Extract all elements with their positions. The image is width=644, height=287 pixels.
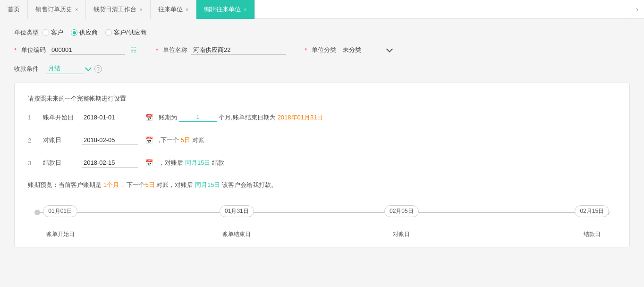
reconcile-date-calendar-icon[interactable]: 📅 [145, 136, 153, 144]
tab-partner-unit[interactable]: 往来单位 × [151, 0, 196, 19]
timeline-line [37, 212, 607, 213]
radio-supplier[interactable]: 供应商 [71, 28, 98, 37]
timeline-item-3: 02月05日 对账日 [384, 205, 419, 238]
name-star: * [156, 47, 158, 54]
reconcile-date-input[interactable] [82, 135, 138, 145]
name-label: 单位名称 [163, 46, 187, 54]
payment-label: 收款条件 [14, 65, 39, 73]
setting-row-2: 2 对账日 📅 ,下一个5日对账 [28, 135, 616, 145]
tab-edit-partner[interactable]: 编辑往来单位 × [196, 0, 254, 19]
month-input[interactable] [179, 112, 217, 122]
code-group: * 单位编码 ☷ [14, 45, 137, 55]
category-value: 未分类 [343, 46, 381, 54]
tab-home-label: 首页 [8, 5, 20, 14]
timeline-label-3: 对账日 [393, 230, 410, 238]
row-2-num: 2 [28, 137, 37, 144]
code-copy-icon[interactable]: ☷ [131, 46, 137, 54]
tab-partner-unit-close[interactable]: × [186, 7, 188, 12]
tab-more-button[interactable]: › [630, 0, 644, 19]
tab-sales-history-label: 销售订单历史 [35, 5, 72, 14]
radio-customer-label: 客户 [51, 28, 63, 37]
timeline: 01月01日 账单开始日 01月31日 账单结束日 02月05日 对账日 02月… [28, 203, 616, 236]
radio-both[interactable]: 客户/供应商 [105, 28, 146, 37]
code-star: * [14, 47, 17, 54]
payment-select-group: 月结 [46, 63, 91, 74]
main-content: 单位类型 客户 供应商 客户/供应商 * 单位编码 [0, 19, 644, 287]
category-star: * [305, 47, 307, 54]
radio-supplier-circle [71, 29, 77, 36]
start-date-calendar-icon[interactable]: 📅 [145, 114, 153, 121]
tab-sales-history[interactable]: 销售订单历史 × [28, 0, 86, 19]
payment-value[interactable]: 月结 [46, 63, 84, 74]
payment-row: 收款条件 月结 ? [14, 63, 630, 74]
preview-day: 5日 [145, 181, 154, 188]
radio-group: 客户 供应商 客户/供应商 [42, 28, 146, 37]
reconcile-day-highlight: 5日 [181, 136, 190, 144]
settings-card: 请按照未来的一个完整帐期进行设置 1 账单开始日 📅 账期为 个月,账单结束日期… [14, 83, 630, 247]
payment-date-input[interactable] [82, 158, 138, 168]
row-2-label: 对账日 [43, 136, 76, 144]
tab-cash-work-close[interactable]: × [139, 7, 142, 12]
category-group: * 单位分类 未分类 [305, 46, 392, 54]
radio-supplier-label: 供应商 [79, 28, 98, 37]
timeline-badge-4: 02月15日 [575, 205, 609, 217]
timeline-badge-2: 01月31日 [220, 205, 254, 217]
tab-edit-partner-close[interactable]: × [244, 7, 246, 12]
start-date-input[interactable] [82, 113, 138, 122]
code-label: 单位编码 [21, 46, 46, 54]
preview-pay-day: 同月15日 [195, 181, 220, 188]
card-instruction: 请按照未来的一个完整帐期进行设置 [28, 94, 616, 103]
payment-date-calendar-icon[interactable]: 📅 [145, 159, 153, 167]
row-2-desc: ,下一个5日对账 [159, 136, 204, 144]
unit-type-label: 单位类型 [14, 28, 39, 37]
radio-both-label: 客户/供应商 [114, 28, 146, 37]
code-name-category-row: * 单位编码 ☷ * 单位名称 * 单位分类 未分类 [14, 45, 630, 55]
tab-cash-work-label: 钱货日清工作台 [93, 5, 136, 14]
preview-text: 账期预览：当前客户账期是 1个月， 下一个5日 对账，对账后 同月15日 该客户… [28, 181, 616, 189]
unit-type-row: 单位类型 客户 供应商 客户/供应商 [14, 28, 630, 37]
preview-month: 1个月， [103, 181, 125, 188]
row-3-desc: ，对账后同月15日结款 [159, 159, 224, 167]
timeline-item-1: 01月01日 账单开始日 [43, 205, 77, 238]
payment-group: 收款条件 月结 ? [14, 63, 102, 74]
end-date-highlight: 2018年01月31日 [278, 113, 323, 122]
payment-dropdown-icon[interactable] [85, 64, 92, 71]
payment-day-highlight: 同月15日 [185, 159, 210, 167]
timeline-start-dot [34, 210, 40, 215]
tab-edit-partner-label: 编辑往来单位 [204, 5, 241, 14]
timeline-item-2: 01月31日 账单结束日 [220, 205, 254, 238]
radio-both-circle [105, 29, 112, 36]
radio-customer-circle [42, 29, 49, 36]
row-1-num: 1 [28, 114, 37, 121]
unit-type-group: 单位类型 客户 供应商 客户/供应商 [14, 28, 146, 37]
radio-customer[interactable]: 客户 [42, 28, 63, 37]
row-1-desc: 账期为 个月,账单结束日期为 2018年01月31日 [159, 112, 323, 122]
timeline-badge-1: 01月01日 [43, 205, 77, 217]
setting-row-3: 3 结款日 📅 ，对账后同月15日结款 [28, 158, 616, 168]
category-label: 单位分类 [312, 46, 336, 54]
timeline-label-1: 账单开始日 [46, 230, 75, 238]
category-dropdown-icon[interactable] [386, 46, 393, 52]
code-input[interactable] [50, 45, 125, 55]
payment-help-icon[interactable]: ? [94, 65, 102, 73]
timeline-badge-3: 02月05日 [384, 205, 419, 217]
name-group: * 单位名称 [156, 45, 286, 55]
row-1-label: 账单开始日 [43, 113, 76, 122]
setting-row-1: 1 账单开始日 📅 账期为 个月,账单结束日期为 2018年01月31日 [28, 112, 616, 122]
row-3-num: 3 [28, 160, 37, 167]
timeline-label-4: 结款日 [584, 230, 601, 238]
tab-partner-unit-label: 往来单位 [158, 5, 183, 14]
tab-sales-history-close[interactable]: × [75, 7, 78, 12]
tabs-bar: 首页 销售订单历史 × 钱货日清工作台 × 往来单位 × 编辑往来单位 × › [0, 0, 644, 19]
tab-cash-work[interactable]: 钱货日清工作台 × [86, 0, 150, 19]
timeline-label-2: 账单结束日 [222, 230, 251, 238]
name-input[interactable] [191, 45, 286, 55]
timeline-item-4: 02月15日 结款日 [575, 205, 609, 238]
row-3-label: 结款日 [43, 159, 76, 167]
tab-home[interactable]: 首页 [0, 0, 28, 19]
